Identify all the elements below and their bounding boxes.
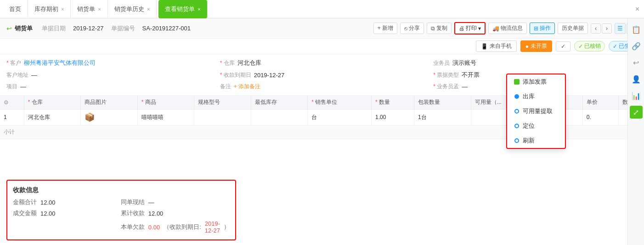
sidebar-return-icon[interactable]: ↩ [630, 56, 643, 69]
payment-section: 收款信息 金额合计 12.00 同单现结 — 成交金额 12.00 累计收款 1… [6, 180, 236, 240]
sidebar-link-icon[interactable]: 🔗 [630, 40, 643, 52]
copy-button[interactable]: ⧉ 复制 [427, 23, 452, 34]
tab-sales[interactable]: 销货单 × [71, 0, 107, 18]
address-value: — [31, 72, 37, 79]
share-button[interactable]: ⎋ 分享 [400, 23, 424, 34]
check-icon-btn[interactable]: ✓ [556, 41, 571, 51]
row-unit: 台 [308, 109, 372, 125]
salesperson2-label: 业务员孟 [433, 83, 459, 91]
transaction-row: 成交金额 12.00 [13, 209, 112, 217]
owed-row: 本单欠款 0.00 （收款到期日: 2019-12-27 ） [121, 220, 230, 234]
row-num: 1 [0, 109, 24, 125]
col-unit: * 销售单位 [308, 96, 372, 109]
col-pack-qty: 包装数量 [414, 96, 471, 109]
next-arrow[interactable]: › [602, 23, 612, 34]
ops-button[interactable]: ⊞ 操作 [530, 23, 555, 34]
from-phone-button[interactable]: 📱 来自手机 [476, 40, 517, 52]
out-warehouse-item[interactable]: 出库 [507, 89, 565, 104]
prev-arrow[interactable]: ‹ [591, 23, 601, 34]
owed-date: 2019-12-27 [205, 220, 220, 234]
dot-icon: ● [525, 43, 529, 50]
transaction-label: 成交金额 [13, 209, 37, 217]
row-pack-qty: 1台 [414, 109, 471, 125]
not-open-button[interactable]: ● 未开票 [520, 40, 552, 52]
tab-view-sales-close[interactable]: × [198, 6, 200, 12]
note-add-button[interactable]: + 添加备注 [234, 83, 260, 91]
tab-view-sales[interactable]: 查看销货单 × [158, 0, 207, 18]
tab-home[interactable]: 首页 [5, 0, 28, 18]
logistics-button[interactable]: 🚚 物流信息 [488, 23, 527, 34]
row-price: 0. [582, 109, 618, 125]
doc-title: 销货单 [15, 24, 33, 33]
sidebar-user-icon[interactable]: 👤 [630, 73, 643, 85]
locate-icon [514, 123, 520, 129]
sold-icon: ✓ [578, 43, 583, 50]
due-date-label: 收款到期日 [220, 71, 251, 79]
salesperson-value: 演示账号 [452, 59, 476, 67]
project-value: — [20, 83, 26, 90]
active-icon: ✓ [613, 43, 617, 50]
address-row: 客户地址 — [6, 71, 211, 79]
salesperson-label: 业务员 [433, 59, 450, 67]
window-close[interactable]: × [635, 5, 639, 13]
locate-item[interactable]: 定位 [507, 119, 565, 133]
customer-row: 客户 柳州粤港平安气体有限公司 [6, 59, 211, 67]
cumulative-value: 12.00 [148, 210, 164, 217]
tab-sales-history[interactable]: 销货单历史 × [108, 0, 157, 18]
ticket-value: 不开票 [462, 71, 480, 79]
customer-value[interactable]: 柳州粤港平安气体有限公司 [24, 59, 96, 67]
cumulative-label: 累计收款 [121, 209, 145, 217]
salesperson2-value: — [462, 83, 468, 90]
logistics-icon: 🚚 [492, 25, 499, 32]
available-qty-item[interactable]: 可用量提取 [507, 104, 565, 119]
row-spec [194, 109, 251, 125]
refresh-item[interactable]: 刷新 [507, 133, 565, 148]
tab-bar: 首页 库存期初 × 销货单 × 销货单历史 × 查看销货单 × × [0, 0, 644, 18]
add-invoice-item[interactable]: 添加发票 [507, 74, 565, 89]
row-image: 📦 [81, 109, 138, 125]
same-order-value: — [148, 199, 154, 206]
col-product: * 商品 [137, 96, 194, 109]
amount-row: 金额合计 12.00 [13, 198, 112, 206]
owed-suffix: （收款到期日: [164, 223, 201, 231]
date-label: 单据日期 [42, 24, 66, 33]
sidebar-expand-icon[interactable]: ⤢ [630, 106, 643, 119]
address-label: 客户地址 [6, 71, 28, 79]
same-order-label: 同单现结 [121, 198, 145, 206]
project-label: 项目 [6, 83, 17, 91]
tab-sales-history-close[interactable]: × [147, 6, 150, 12]
print-button[interactable]: 🖨 打印 ▾ [454, 22, 486, 34]
transaction-value: 12.00 [40, 210, 56, 217]
toolbar2: 📱 来自手机 ● 未开票 ✓ ✓ 已核销 ✓ 已生效 [0, 39, 644, 54]
sidebar-clipboard-icon[interactable]: 📋 [630, 23, 643, 36]
tab-inventory[interactable]: 库存期初 × [28, 0, 71, 18]
number-value: SA-20191227-001 [142, 25, 191, 32]
amount-label: 金额合计 [13, 198, 37, 206]
sold-badge: ✓ 已核销 [574, 41, 605, 51]
owed-value: 0.00 [148, 224, 160, 231]
view-list-btn[interactable]: ☰ [615, 23, 626, 34]
col-qty: * 数量 [371, 96, 414, 109]
ops-dropdown: 添加发票 出库 可用量提取 定位 刷新 [506, 74, 566, 149]
note-row: 备注 + 添加备注 [220, 83, 424, 91]
copy-icon: ⧉ [431, 25, 435, 32]
history-button[interactable]: 历史单据 [558, 23, 588, 34]
new-button[interactable]: + 新增 [373, 23, 397, 34]
available-qty-icon [514, 108, 520, 114]
doc-header: ↩ 销货单 单据日期 2019-12-27 单据编号 SA-20191227-0… [0, 18, 644, 39]
refresh-icon [514, 137, 520, 144]
right-sidebar: 📋 🔗 ↩ 👤 📊 ⤢ [627, 18, 644, 245]
out-warehouse-icon [514, 93, 520, 100]
tab-sales-close[interactable]: × [98, 6, 101, 12]
row-min-stock [251, 109, 308, 125]
col-price: 单价 [582, 96, 618, 109]
date-value: 2019-12-27 [73, 25, 104, 32]
ops-icon: ⊞ [534, 25, 538, 32]
nav-arrows: ‹ › [591, 23, 612, 34]
sidebar-chart-icon[interactable]: 📊 [630, 89, 643, 102]
cumulative-row: 累计收款 12.00 [121, 209, 230, 217]
tab-inventory-close[interactable]: × [61, 6, 64, 12]
print-dropdown-arrow: ▾ [478, 25, 481, 32]
phone-icon: 📱 [481, 43, 488, 50]
col-settings[interactable]: ⚙ [0, 96, 24, 109]
